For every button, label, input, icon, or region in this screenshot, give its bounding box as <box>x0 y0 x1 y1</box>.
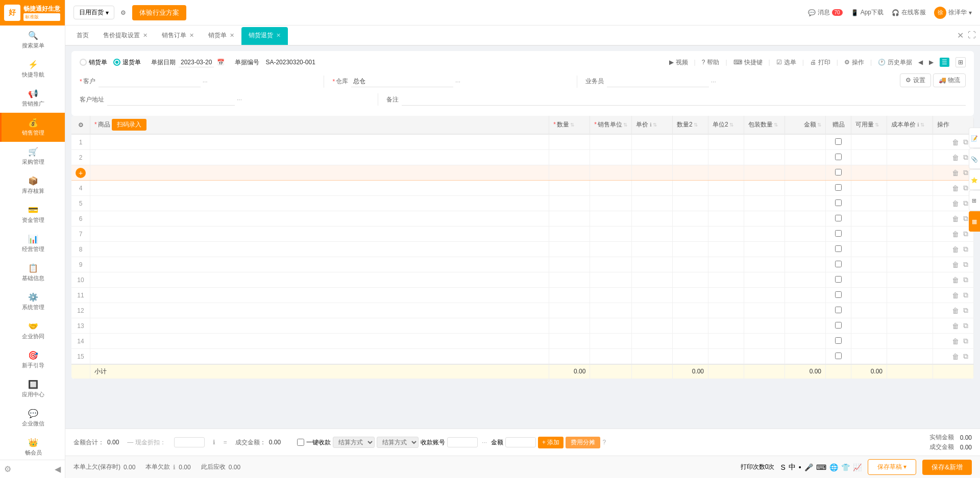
float-btn-1[interactable]: 📝 <box>969 128 980 148</box>
address-input[interactable] <box>107 94 235 106</box>
gift-checkbox-3[interactable] <box>835 169 842 175</box>
gift-checkbox-8[interactable] <box>835 245 842 252</box>
trial-btn[interactable]: 体验行业方案 <box>132 5 186 20</box>
logistics-btn[interactable]: 🚚 物流 <box>933 73 966 87</box>
warehouse-lookup-icon[interactable]: ··· <box>453 78 462 85</box>
calc-method-select[interactable]: 结算方式 <box>333 437 375 448</box>
delete-row-12-btn[interactable]: 🗑 <box>951 306 960 316</box>
input-method-icon[interactable]: S <box>780 463 785 471</box>
date-value[interactable]: 2023-03-20 <box>179 58 214 67</box>
qty2-sort-icon[interactable]: ⇅ <box>694 122 698 128</box>
float-btn-4[interactable]: ⊞ <box>969 190 980 211</box>
action-select[interactable]: ☑ 选单 <box>776 58 796 67</box>
action-help[interactable]: ? 帮助 <box>702 58 720 67</box>
action-video[interactable]: ▶ 视频 <box>669 58 688 67</box>
delete-row-3-btn[interactable]: 🗑 <box>951 168 960 178</box>
tab-close-sales-return[interactable]: ✕ <box>276 32 281 39</box>
sidebar-item-purchase[interactable]: 🛒 采购管理 <box>0 142 65 171</box>
sidebar-item-finance[interactable]: 💳 资金管理 <box>0 200 65 229</box>
industry-dropdown[interactable]: 日用百货 ▾ <box>74 6 114 19</box>
copy-row-7-btn[interactable]: ⧉ <box>962 229 969 239</box>
sidebar-search[interactable]: 🔍 搜索菜单 <box>0 26 65 55</box>
copy-row-3-btn[interactable]: ⧉ <box>962 167 969 178</box>
unit-sort-icon[interactable]: ⇅ <box>623 122 627 128</box>
radio-sales[interactable]: 销货单 <box>80 58 107 67</box>
cost-cell-3[interactable] <box>887 165 933 181</box>
product-cell-2[interactable] <box>90 150 549 165</box>
payment-amount-input[interactable] <box>505 437 536 447</box>
gift-checkbox-6[interactable] <box>835 215 842 221</box>
view-list-icon[interactable]: ☰ <box>940 58 949 67</box>
gift-checkbox-14[interactable] <box>835 337 842 344</box>
price-cell-1[interactable] <box>632 134 673 150</box>
amount-cell-2[interactable] <box>785 150 826 165</box>
gift-checkbox-13[interactable] <box>835 322 842 329</box>
sidebar-item-app-center[interactable]: 🔲 应用中心 <box>0 374 65 404</box>
delete-row-2-btn[interactable]: 🗑 <box>951 153 960 163</box>
copy-row-4-btn[interactable]: ⧉ <box>962 183 969 193</box>
gift-checkbox-1[interactable] <box>835 138 842 145</box>
tab-price-setting[interactable]: 售价提取设置 ✕ <box>96 27 155 45</box>
remark-input[interactable] <box>402 94 966 106</box>
sidebar-collapse-icon[interactable]: ◀ <box>55 464 61 474</box>
product-cell-1[interactable] <box>90 134 549 150</box>
avail-cell-2[interactable] <box>851 150 887 165</box>
save-new-btn[interactable]: 保存&新增 <box>922 460 972 475</box>
sidebar-item-inventory[interactable]: 📦 库存核算 <box>0 171 65 200</box>
tab-close-sales-order[interactable]: ✕ <box>189 32 194 39</box>
unit-cell-2[interactable] <box>590 150 632 165</box>
copy-row-13-btn[interactable]: ⧉ <box>962 320 969 331</box>
staff-lookup-icon[interactable]: ··· <box>709 78 718 85</box>
sidebar-item-quick-nav[interactable]: ⚡ 快捷导航 <box>0 55 65 84</box>
scan-btn[interactable]: 扫码录入 <box>112 119 146 131</box>
sidebar-item-basic-info[interactable]: 📋 基础信息 <box>0 258 65 287</box>
icon-7[interactable]: 👕 <box>841 463 850 471</box>
qty-cell-2[interactable] <box>549 150 590 165</box>
cost-sort-icon[interactable]: ⇅ <box>920 122 924 128</box>
copy-row-6-btn[interactable]: ⧉ <box>962 213 969 224</box>
float-btn-2[interactable]: 📎 <box>969 148 980 169</box>
amount-cell-1[interactable] <box>785 134 826 150</box>
tab-home[interactable]: 首页 <box>69 27 96 45</box>
icon-4[interactable]: 🎤 <box>804 463 813 471</box>
message-btn[interactable]: 💬 消息 70 <box>808 8 843 17</box>
nav-prev-icon[interactable]: ◀ <box>918 59 923 66</box>
gift-checkbox-9[interactable] <box>835 261 842 267</box>
copy-row-9-btn[interactable]: ⧉ <box>962 259 969 270</box>
pkgqty-cell-3[interactable] <box>744 165 785 181</box>
action-operate[interactable]: ⚙ 操作 <box>844 58 864 67</box>
sidebar-settings-icon[interactable]: ⚙ <box>4 464 11 474</box>
icon-5[interactable]: ⌨ <box>816 463 826 471</box>
customer-input[interactable] <box>99 76 201 87</box>
delete-row-6-btn[interactable]: 🗑 <box>951 214 960 224</box>
sidebar-item-sales[interactable]: 💰 销售管理 <box>0 113 65 142</box>
tab-sales-return[interactable]: 销货退货 ✕ <box>241 27 288 45</box>
delete-row-9-btn[interactable]: 🗑 <box>951 260 960 270</box>
qty2-cell-1[interactable] <box>673 134 708 150</box>
cost-cell-1[interactable] <box>887 134 933 150</box>
gift-checkbox-4[interactable] <box>835 184 842 191</box>
sidebar-item-marketing[interactable]: 📢 营销推广 <box>0 84 65 113</box>
tab-close-price-setting[interactable]: ✕ <box>143 32 148 39</box>
price-cell-3[interactable] <box>632 165 673 181</box>
radio-return[interactable]: 退货单 <box>113 58 141 67</box>
icon-2[interactable]: 中 <box>789 463 796 472</box>
copy-row-14-btn[interactable]: ⧉ <box>962 336 969 346</box>
price-cell-2[interactable] <box>632 150 673 165</box>
delete-row-11-btn[interactable]: 🗑 <box>951 290 960 300</box>
gift-checkbox-15[interactable] <box>835 353 842 359</box>
qty2-cell-3[interactable] <box>673 165 708 181</box>
add-payment-btn[interactable]: + 添加 <box>538 437 564 448</box>
customer-lookup-icon[interactable]: ··· <box>201 78 210 85</box>
nav-next-icon[interactable]: ▶ <box>929 59 934 66</box>
gift-checkbox-5[interactable] <box>835 199 842 206</box>
action-shortcut[interactable]: ⌨ 快捷键 <box>733 58 763 67</box>
topbar-gear-icon[interactable]: ⚙ <box>120 9 126 16</box>
unit2-cell-2[interactable] <box>708 150 744 165</box>
product-cell-3[interactable] <box>90 165 549 181</box>
float-btn-active[interactable]: ▦ <box>969 211 980 232</box>
tab-close-all-icon[interactable]: ✕ <box>957 31 964 40</box>
product-input-3[interactable] <box>94 169 545 177</box>
gift-cell-2[interactable] <box>826 150 851 165</box>
delete-row-7-btn[interactable]: 🗑 <box>951 229 960 239</box>
